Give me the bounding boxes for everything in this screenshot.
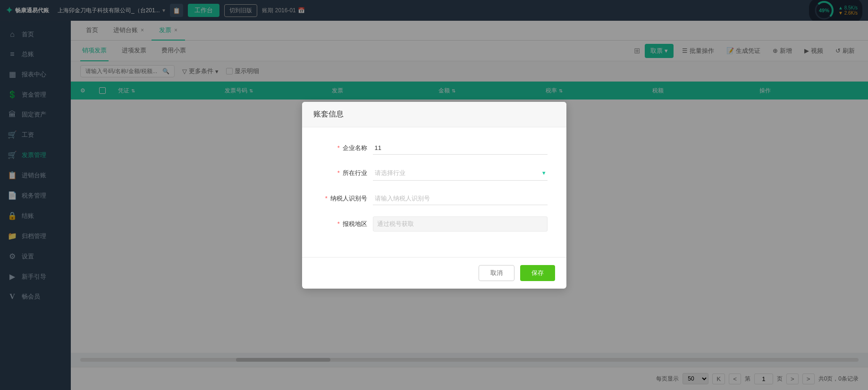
form-row-tax-region: * 报税地区 通过税号获取: [321, 216, 548, 232]
modal-body: * 企业名称 * 所在行业 请选择行业 ▾ *: [302, 127, 566, 257]
save-button[interactable]: 保存: [520, 265, 555, 281]
industry-select[interactable]: 请选择行业 ▾: [373, 166, 548, 181]
modal-title: 账套信息: [313, 110, 344, 118]
tax-region-disabled-input: 通过税号获取: [373, 216, 548, 232]
form-row-tax-id: * 纳税人识别号: [321, 192, 548, 205]
required-mark: *: [337, 144, 340, 151]
tax-id-label: * 纳税人识别号: [321, 194, 373, 203]
tax-id-input[interactable]: [373, 192, 548, 205]
required-mark: *: [337, 169, 340, 176]
tax-region-label: * 报税地区: [321, 220, 373, 228]
form-row-company: * 企业名称: [321, 141, 548, 155]
modal-footer: 取消 保存: [302, 257, 566, 289]
company-name-label: * 企业名称: [321, 144, 373, 152]
account-info-modal: 账套信息 * 企业名称 * 所在行业 请选择行业 ▾: [302, 102, 566, 289]
modal-overlay: 账套信息 * 企业名称 * 所在行业 请选择行业 ▾: [0, 0, 868, 390]
company-name-input[interactable]: [373, 141, 548, 155]
cancel-button[interactable]: 取消: [479, 265, 514, 281]
chevron-down-icon: ▾: [542, 169, 546, 176]
required-mark: *: [337, 220, 340, 227]
required-mark: *: [325, 195, 328, 202]
modal-header: 账套信息: [302, 102, 566, 127]
form-row-industry: * 所在行业 请选择行业 ▾: [321, 166, 548, 181]
industry-label: * 所在行业: [321, 169, 373, 177]
